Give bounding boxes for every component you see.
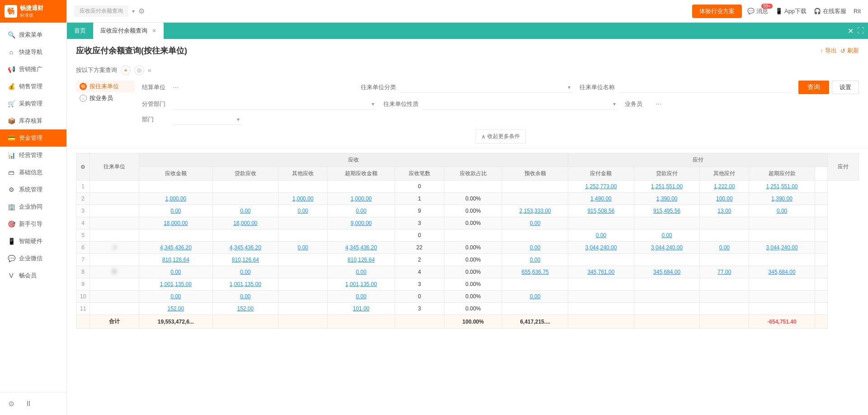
data-cell[interactable]: 0.00 <box>502 242 568 254</box>
fenguan-select[interactable] <box>173 99 376 110</box>
data-cell[interactable]: 77.00 <box>700 266 749 278</box>
tab-close-window-button[interactable]: ✕ <box>848 27 854 35</box>
data-cell[interactable]: 18,000.00 <box>212 217 278 229</box>
data-cell[interactable]: 345,761.00 <box>568 266 634 278</box>
filter-collapse-button[interactable]: « <box>148 67 151 74</box>
business-input-dots[interactable]: ··· <box>656 100 661 108</box>
query-button[interactable]: 查询 <box>798 81 829 94</box>
data-cell[interactable]: 100.00 <box>700 193 749 205</box>
data-cell[interactable]: 152.00 <box>139 303 212 315</box>
data-cell[interactable]: 0.00 <box>634 229 700 242</box>
data-cell[interactable]: 345,684.00 <box>634 266 700 278</box>
table-footer-ar-total[interactable]: 19,553,472,6... <box>139 315 212 329</box>
breadcrumb-gear-icon[interactable]: ⚙ <box>138 7 145 15</box>
tab-close-icon[interactable]: ✕ <box>152 28 156 34</box>
data-cell[interactable]: 3,044,240.00 <box>568 242 634 254</box>
data-cell[interactable]: 18,000.00 <box>139 217 212 229</box>
tab-ar-ap[interactable]: 应收应付余额查询 ✕ <box>93 23 164 39</box>
data-cell[interactable]: 0.00 <box>212 291 278 303</box>
data-cell[interactable]: 2,153,333.00 <box>502 205 568 217</box>
filter-settings-button[interactable]: ◎ <box>134 65 144 75</box>
data-cell[interactable]: 0.00 <box>139 266 212 278</box>
data-cell[interactable]: 810,126.64 <box>139 254 212 266</box>
data-cell[interactable]: 1,490.00 <box>568 193 634 205</box>
sidebar-item-quick[interactable]: ⌂ 快捷导航 <box>0 43 66 61</box>
data-cell[interactable]: 1,001,135.00 <box>139 278 212 291</box>
data-cell[interactable]: 4,345,436.20 <box>139 242 212 254</box>
data-cell[interactable]: 345,684.00 <box>749 266 815 278</box>
filter-settings-btn[interactable]: 设置 <box>832 81 859 94</box>
data-cell[interactable]: 152.00 <box>212 303 278 315</box>
tab-home[interactable]: 首页 <box>67 23 93 39</box>
sidebar-item-wechat[interactable]: 💬 企业微信 <box>0 250 66 267</box>
data-cell[interactable]: 3,044,240.00 <box>749 242 815 254</box>
sidebar-item-operation[interactable]: 📊 经营管理 <box>0 147 66 164</box>
sidebar-item-member[interactable]: V 畅会员 <box>0 267 66 284</box>
service-button[interactable]: 🎧 在线客服 <box>814 7 846 15</box>
filter-option-by-unit[interactable]: 畅 按往来单位 <box>76 81 135 92</box>
data-cell[interactable]: 4,345,436.20 <box>327 242 395 254</box>
data-cell[interactable]: 101.00 <box>327 303 395 315</box>
download-button[interactable]: 📱 App下载 <box>775 7 807 15</box>
data-cell[interactable]: 0.00 <box>327 266 395 278</box>
data-cell[interactable]: 1,252,773.00 <box>568 181 634 193</box>
data-cell[interactable]: 0.00 <box>568 229 634 242</box>
sidebar-item-corp[interactable]: 🏢 企业协同 <box>0 198 66 215</box>
data-cell[interactable]: 0.00 <box>278 242 328 254</box>
data-cell[interactable]: 0.00 <box>502 291 568 303</box>
laiwan-name-input[interactable] <box>618 82 791 93</box>
data-cell[interactable]: 0.00 <box>327 291 395 303</box>
export-button[interactable]: ↑ 导出 <box>821 47 837 55</box>
data-cell[interactable]: 0.00 <box>212 205 278 217</box>
data-cell[interactable]: 915,495.56 <box>634 205 700 217</box>
refresh-button[interactable]: ↺ 刷新 <box>840 47 859 55</box>
data-cell[interactable]: 1,000.00 <box>278 193 328 205</box>
data-cell[interactable]: 1,390.00 <box>749 193 815 205</box>
data-cell[interactable]: 0.00 <box>139 205 212 217</box>
data-cell[interactable]: 1,001,135.00 <box>327 278 395 291</box>
data-cell[interactable]: 0.00 <box>212 266 278 278</box>
data-cell[interactable]: 4,345,436.20 <box>212 242 278 254</box>
filter-add-button[interactable]: + <box>121 65 131 75</box>
message-button[interactable]: 💬 消息 99+ <box>747 7 768 15</box>
data-cell[interactable]: 0.00 <box>278 205 328 217</box>
sidebar-item-system[interactable]: ⚙ 系统管理 <box>0 181 66 198</box>
filter-option-by-staff[interactable]: ○ 按业务员 <box>76 92 135 104</box>
dept-select[interactable] <box>173 114 241 125</box>
data-cell[interactable]: 655,636.75 <box>502 266 568 278</box>
data-cell[interactable]: 810,126.64 <box>327 254 395 266</box>
table-settings-col[interactable]: ⚙ <box>76 153 90 181</box>
sidebar-item-inventory[interactable]: 📦 库存核算 <box>0 112 66 129</box>
data-cell[interactable]: 1,000.00 <box>139 193 212 205</box>
data-cell[interactable]: 0.00 <box>749 205 815 217</box>
sidebar-item-guide[interactable]: 🎯 新手引导 <box>0 215 66 233</box>
data-cell[interactable]: 9,000.00 <box>327 217 395 229</box>
sidebar-item-basic[interactable]: 🗃 基础信息 <box>0 164 66 181</box>
sidebar-item-sales[interactable]: 💰 销售管理 <box>0 78 66 95</box>
laiwan-type-select[interactable] <box>400 82 572 93</box>
data-cell[interactable]: 0.00 <box>700 242 749 254</box>
data-cell[interactable]: 1,001,135.00 <box>212 278 278 291</box>
table-footer-ar-prepay[interactable]: 6,417,215.... <box>502 315 568 329</box>
laiwan-nature-select[interactable] <box>422 99 618 110</box>
data-cell[interactable]: 1,251,551.00 <box>749 181 815 193</box>
data-cell[interactable]: 1,000.00 <box>327 193 395 205</box>
collapse-footer-button[interactable]: ⏸ <box>22 397 35 410</box>
data-cell[interactable]: 0.00 <box>502 217 568 229</box>
sidebar-item-search[interactable]: 🔍 搜索菜单 <box>0 26 66 43</box>
data-cell[interactable]: 0.00 <box>502 254 568 266</box>
data-cell[interactable]: 3,044,240.00 <box>634 242 700 254</box>
sidebar-item-hardware[interactable]: 📱 智能硬件 <box>0 233 66 250</box>
settings-footer-button[interactable]: ⚙ <box>5 397 18 410</box>
data-cell[interactable]: 1,222.00 <box>700 181 749 193</box>
tab-maximize-button[interactable]: ⛶ <box>857 27 864 35</box>
data-cell[interactable]: 1,251,551.00 <box>634 181 700 193</box>
data-cell[interactable]: 915,508.56 <box>568 205 634 217</box>
collapse-more-button[interactable]: ∧ 收起更多条件 <box>476 129 526 143</box>
data-cell[interactable]: 810,126.64 <box>212 254 278 266</box>
sidebar-item-finance[interactable]: 💳 资金管理 <box>0 129 66 147</box>
data-cell[interactable]: 0.00 <box>327 205 395 217</box>
trial-button[interactable]: 体验行业方案 <box>692 5 742 18</box>
jiesuan-input-dots[interactable]: ··· <box>173 83 179 91</box>
sidebar-item-purchase[interactable]: 🛒 采购管理 <box>0 95 66 112</box>
